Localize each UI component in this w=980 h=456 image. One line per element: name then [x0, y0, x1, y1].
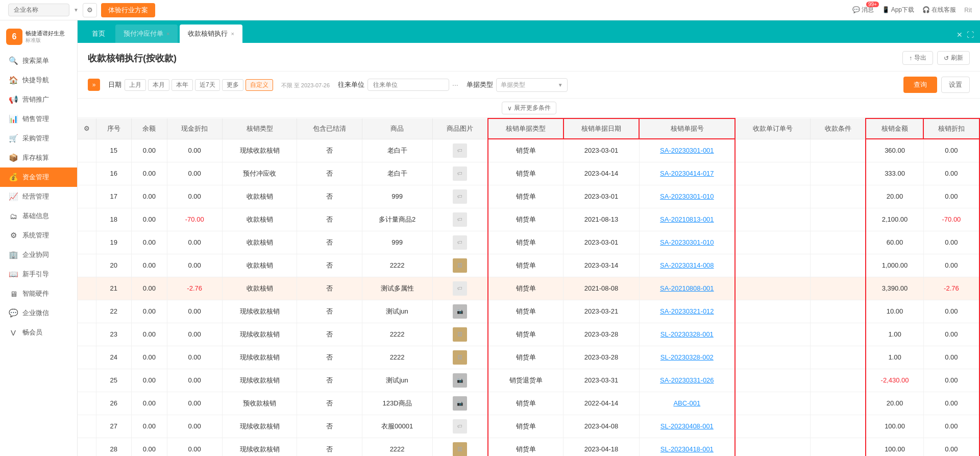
sidebar-item-finance[interactable]: 💰 资金管理 — [0, 167, 77, 187]
row-receipt-condition — [810, 392, 866, 415]
row-receipt-condition — [810, 277, 866, 300]
filter-partner-input[interactable] — [368, 79, 449, 91]
row-verify-bill-no[interactable]: SA-20230331-026 — [639, 369, 735, 392]
date-btn-custom[interactable]: 自定义 — [246, 79, 273, 91]
tab-home[interactable]: 首页 — [84, 25, 113, 43]
row-verify-bill-no[interactable]: SA-20230314-008 — [639, 254, 735, 277]
sidebar-item-search[interactable]: 🔍 搜索菜单 — [0, 51, 77, 70]
table-row: 180.00-70.00收款核销否多计量商品2🏷销货单2021-08-13SA-… — [78, 208, 979, 231]
row-verify-bill-no[interactable]: SA-20210813-001 — [639, 208, 735, 231]
page-inner: 收款核销执行(按收款) ↑ 导出 ↺ 刷新 » — [78, 43, 980, 456]
verify-bill-no-link[interactable]: SA-20210808-001 — [660, 284, 714, 292]
verify-bill-no-link[interactable]: SL-20230328-002 — [660, 353, 714, 361]
row-verify-bill-no[interactable]: SA-20230301-001 — [639, 139, 735, 162]
row-verify-discount: 0.00 — [923, 300, 979, 323]
refresh-button[interactable]: ↺ 刷新 — [937, 51, 970, 65]
verify-bill-no-link[interactable]: SA-20210813-001 — [660, 215, 714, 223]
verify-bill-no-link[interactable]: SA-20230301-001 — [660, 147, 714, 154]
sidebar-item-inventory[interactable]: 📦 库存核算 — [0, 148, 77, 167]
sidebar-item-basic[interactable]: 🗂 基础信息 — [0, 206, 77, 226]
tab-receipt[interactable]: 收款核销执行 × — [180, 25, 242, 43]
row-verify-bill-no[interactable]: SL-20230408-001 — [639, 415, 735, 438]
row-receipt-order-no — [735, 438, 810, 456]
tab-close-icon[interactable]: ✕ — [957, 31, 963, 39]
sidebar-item-hardware[interactable]: 🖥 智能硬件 — [0, 284, 77, 303]
sidebar-item-sales[interactable]: 📊 销售管理 — [0, 109, 77, 129]
verify-bill-no-link[interactable]: SA-20230314-008 — [660, 261, 714, 269]
refresh-icon: ↺ — [944, 55, 949, 62]
col-settings[interactable]: ⚙ — [78, 118, 96, 139]
row-settings-icon — [78, 438, 96, 456]
sidebar-item-marketing[interactable]: 📢 营销推广 — [0, 90, 77, 109]
row-receipt-order-no — [735, 277, 810, 300]
table-row: 220.000.00现续收款核销否测试jun📷销货单2023-03-21SA-2… — [78, 300, 979, 323]
tab-expand-icon[interactable]: ⛶ — [967, 31, 974, 39]
filter-bill-type-select[interactable]: 单据类型 ▼ — [496, 78, 568, 92]
sidebar-item-system[interactable]: ⚙ 系统管理 — [0, 226, 77, 245]
verify-bill-no-link[interactable]: ABC-001 — [673, 399, 700, 407]
verify-bill-no-link[interactable]: SL-20230408-001 — [660, 422, 714, 430]
table-body: 150.000.00现续收款核销否老白干🏷销货单2023-03-01SA-202… — [78, 139, 979, 456]
row-verify-bill-no[interactable]: SA-20230301-010 — [639, 231, 735, 254]
sidebar-label-purchase: 采购管理 — [22, 134, 49, 143]
sidebar-label-system: 系统管理 — [22, 231, 49, 240]
tab-prepay[interactable]: 预付冲应付单 × — [115, 25, 178, 43]
page-content: 收款核销执行(按收款) ↑ 导出 ↺ 刷新 » — [78, 43, 980, 456]
app-download-link[interactable]: 📱 App下载 — [882, 6, 914, 14]
company-dropdown-icon[interactable]: ▼ — [74, 7, 79, 13]
sidebar-item-wechat[interactable]: 💬 企业微信 — [0, 303, 77, 323]
row-verify-bill-no[interactable]: SL-20230418-001 — [639, 438, 735, 456]
date-btn-more[interactable]: 更多 — [222, 79, 243, 91]
row-verify-discount: 0.00 — [923, 162, 979, 185]
verify-bill-no-link[interactable]: SL-20230418-001 — [660, 445, 714, 453]
filter-partner-ellipsis[interactable]: ··· — [452, 81, 458, 89]
row-verify-bill-no[interactable]: SA-20230321-012 — [639, 300, 735, 323]
sidebar-item-guide[interactable]: 📖 新手引导 — [0, 265, 77, 284]
tab-receipt-label: 收款核销执行 — [188, 29, 228, 38]
settings-button[interactable]: 设置 — [941, 77, 970, 93]
sidebar-item-operations[interactable]: 📈 经营管理 — [0, 187, 77, 206]
date-btn-7days[interactable]: 近7天 — [195, 79, 220, 91]
row-verify-bill-no[interactable]: SL-20230328-001 — [639, 323, 735, 346]
sidebar-label-marketing: 营销推广 — [22, 95, 49, 104]
export-button[interactable]: ↑ 导出 — [902, 51, 933, 65]
row-verify-bill-no[interactable]: SL-20230328-002 — [639, 346, 735, 369]
sidebar-item-quick-nav[interactable]: 🏠 快捷导航 — [0, 70, 77, 90]
sidebar-item-purchase[interactable]: 🛒 采购管理 — [0, 129, 77, 148]
tab-prepay-close[interactable]: × — [166, 31, 169, 37]
tab-receipt-close[interactable]: × — [231, 31, 234, 37]
filter-expand-btn[interactable]: » — [88, 79, 100, 91]
verify-bill-no-link[interactable]: SA-20230331-026 — [660, 376, 714, 384]
company-selector[interactable]: 企业名称 — [8, 4, 69, 16]
row-verify-bill-no[interactable]: SA-20230301-010 — [639, 185, 735, 208]
row-verify-type: 收款核销 — [222, 277, 297, 300]
purchase-icon: 🛒 — [8, 134, 18, 143]
message-icon[interactable]: 💬 消息 99+ — [852, 6, 874, 14]
col-seq: 序号 — [96, 118, 132, 139]
verify-bill-no-link[interactable]: SA-20230414-017 — [660, 170, 714, 177]
row-settings-icon — [78, 300, 96, 323]
date-btn-last-month[interactable]: 上月 — [125, 79, 146, 91]
sidebar-item-member[interactable]: V 畅会员 — [0, 323, 77, 342]
industry-btn[interactable]: 体验行业方案 — [101, 3, 155, 17]
verify-bill-no-link[interactable]: SA-20230301-010 — [660, 238, 714, 246]
verify-bill-no-link[interactable]: SA-20230321-012 — [660, 307, 714, 315]
row-verify-date: 2023-03-28 — [564, 346, 639, 369]
settings-icon[interactable]: ⚙ — [83, 3, 97, 17]
sidebar-item-enterprise[interactable]: 🏢 企业协同 — [0, 245, 77, 265]
row-verify-date: 2022-04-14 — [564, 392, 639, 415]
expand-more-btn[interactable]: ∨ 展开更多条件 — [502, 102, 556, 114]
row-seq: 21 — [96, 277, 132, 300]
row-balance: 0.00 — [132, 392, 167, 415]
verify-bill-no-link[interactable]: SL-20230328-001 — [660, 330, 714, 338]
row-seq: 26 — [96, 392, 132, 415]
row-verify-bill-no[interactable]: SA-20230414-017 — [639, 162, 735, 185]
verify-bill-no-link[interactable]: SA-20230301-010 — [660, 193, 714, 200]
query-button[interactable]: 查询 — [903, 77, 937, 93]
online-service-link[interactable]: 🎧 在线客服 — [922, 6, 956, 14]
row-verify-bill-no[interactable]: SA-20210808-001 — [639, 277, 735, 300]
date-btn-this-month[interactable]: 本月 — [148, 79, 169, 91]
table-row: 260.000.00预收款核销否123D商品📷销货单2022-04-14ABC-… — [78, 392, 979, 415]
date-btn-this-year[interactable]: 本年 — [172, 79, 193, 91]
row-verify-bill-no[interactable]: ABC-001 — [639, 392, 735, 415]
